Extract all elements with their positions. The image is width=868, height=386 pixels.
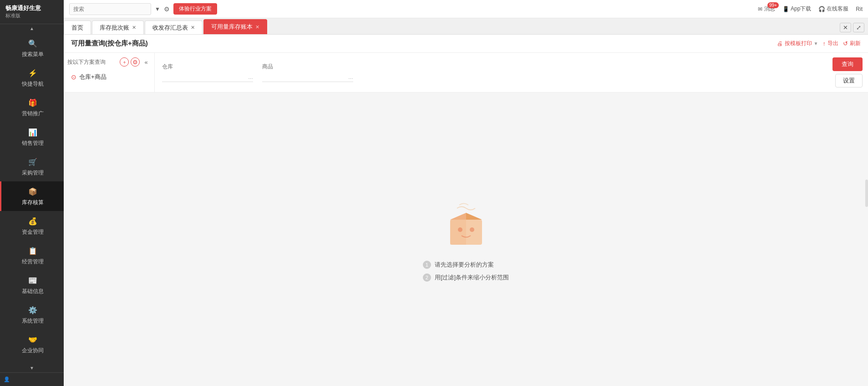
sidebar-item-label: 搜索菜单 xyxy=(22,51,44,58)
sidebar-item-search[interactable]: 🔍 搜索菜单 xyxy=(0,33,64,63)
step-2-num: 2 xyxy=(423,273,431,282)
tabs-bar: 首页 库存批次账 ✕ 收发存汇总表 ✕ 可用量库存账本 ✕ ✕ ⤢ xyxy=(64,18,868,35)
sidebar-item-cooperation[interactable]: 🤝 企业协同 xyxy=(0,329,64,359)
add-scheme-btn[interactable]: ＋ xyxy=(120,57,129,67)
tab-inventory-summary[interactable]: 收发存汇总表 ✕ xyxy=(145,21,203,34)
sidebar-item-label: 经营管理 xyxy=(22,258,44,266)
query-scheme-header: 按以下方案查询 ＋ ⚙ « xyxy=(67,57,151,67)
sidebar-item-management[interactable]: 📋 经营管理 xyxy=(0,241,64,270)
finance-icon: 💰 xyxy=(28,216,38,226)
svg-marker-2 xyxy=(466,213,482,220)
baseinfo-icon: 📰 xyxy=(28,276,38,286)
svg-point-4 xyxy=(458,227,462,232)
service-icon: 🎧 xyxy=(818,6,825,12)
main-area: ▼ ⚙ 体验行业方案 ✉ 消息 99+ 📱 App下载 🎧 在线客服 Rit xyxy=(64,0,868,386)
sidebar-item-label: 营销推广 xyxy=(22,110,44,118)
svg-rect-3 xyxy=(450,220,466,245)
tab-available-qty[interactable]: 可用量库存账本 ✕ xyxy=(203,19,267,34)
tab-summary-close[interactable]: ✕ xyxy=(191,25,195,31)
goods-more-btn[interactable]: … xyxy=(348,74,353,80)
sidebar-item-quicknav[interactable]: ⚡ 快捷导航 xyxy=(0,63,64,93)
tab-batch-close[interactable]: ✕ xyxy=(132,25,136,31)
scheme-collapse-btn[interactable]: « xyxy=(142,57,151,67)
topbar-app-download[interactable]: 📱 App下载 xyxy=(782,5,811,13)
query-scheme-item-warehouse-goods[interactable]: ⊙ 仓库+商品 xyxy=(67,70,151,84)
sidebar-user-label: 👤 xyxy=(4,376,10,382)
goods-input[interactable] xyxy=(262,73,346,80)
sidebar-item-newuser[interactable]: 🎯 新手引导 xyxy=(0,359,64,363)
warehouse-input[interactable] xyxy=(162,73,246,80)
warehouse-label: 仓库 xyxy=(162,63,253,71)
topbar-online-service[interactable]: 🎧 在线客服 xyxy=(818,5,848,13)
sidebar-item-sales[interactable]: 📊 销售管理 xyxy=(0,122,64,152)
empty-visual xyxy=(439,197,493,252)
topbar-user[interactable]: Rit xyxy=(856,6,863,12)
content-area: 可用量查询(按仓库+商品) 🖨 按模板打印 ▼ ↑ 导出 ↺ 刷新 xyxy=(64,35,868,386)
sidebar-item-label: 资金管理 xyxy=(22,228,44,236)
marketing-icon: 🎁 xyxy=(28,98,38,108)
query-panel: 按以下方案查询 ＋ ⚙ « ⊙ 仓库+商品 仓库 xyxy=(64,53,868,93)
query-actions: 查询 设置 xyxy=(827,53,868,92)
topbar-gear-btn[interactable]: ⚙ xyxy=(164,5,170,13)
search-menu-icon: 🔍 xyxy=(28,39,38,49)
tab-availqty-label: 可用量库存账本 xyxy=(211,23,253,31)
management-icon: 📋 xyxy=(28,246,38,256)
sidebar-scroll-down[interactable]: ▼ xyxy=(0,363,64,372)
topbar-industry-btn[interactable]: 体验行业方案 xyxy=(173,3,217,15)
warehouse-more-btn[interactable]: … xyxy=(248,74,253,80)
sidebar-header: 畅康通好生意 标准版 xyxy=(0,0,64,24)
sidebar-item-base-info[interactable]: 📰 基础信息 xyxy=(0,270,64,300)
query-setting-btn[interactable]: 设置 xyxy=(835,74,863,87)
page-header: 可用量查询(按仓库+商品) 🖨 按模板打印 ▼ ↑ 导出 ↺ 刷新 xyxy=(64,35,868,53)
sidebar-item-purchase[interactable]: 🛒 采购管理 xyxy=(0,152,64,181)
tab-home[interactable]: 首页 xyxy=(64,21,91,34)
sidebar-scroll-up[interactable]: ▲ xyxy=(0,24,64,33)
tabs-expand-btn[interactable]: ⤢ xyxy=(853,23,864,32)
query-fields-panel: 仓库 … 商品 … xyxy=(155,53,827,92)
tabs-close-all-btn[interactable]: ✕ xyxy=(840,23,851,32)
tab-batch-label: 库存批次账 xyxy=(100,24,129,32)
scheme-settings-btn[interactable]: ⚙ xyxy=(131,57,140,67)
query-submit-btn[interactable]: 查询 xyxy=(832,57,863,71)
print-dropdown-arrow: ▼ xyxy=(814,41,818,46)
page-title: 可用量查询(按仓库+商品) xyxy=(71,39,148,48)
tab-batch-ledger[interactable]: 库存批次账 ✕ xyxy=(92,21,144,34)
message-badge: 99+ xyxy=(767,2,779,8)
sidebar-item-label: 快捷导航 xyxy=(22,80,44,88)
tabs-right-actions: ✕ ⤢ xyxy=(840,23,868,34)
topbar: ▼ ⚙ 体验行业方案 ✉ 消息 99+ 📱 App下载 🎧 在线客服 Rit xyxy=(64,0,868,18)
sidebar-item-marketing[interactable]: 🎁 营销推广 xyxy=(0,93,64,122)
sidebar-item-finance[interactable]: 💰 资金管理 xyxy=(0,211,64,241)
warehouse-input-area: … xyxy=(162,72,253,82)
goods-input-area: … xyxy=(262,72,353,82)
scheme-item-label: 仓库+商品 xyxy=(79,73,107,81)
tab-availqty-close[interactable]: ✕ xyxy=(255,24,259,30)
quicknav-icon: ⚡ xyxy=(28,68,38,78)
print-label: 按模板打印 xyxy=(785,40,812,47)
message-icon: ✉ xyxy=(758,6,762,12)
sidebar-item-inventory[interactable]: 📦 库存核算 xyxy=(0,181,64,211)
export-label: 导出 xyxy=(827,40,838,47)
tab-home-label: 首页 xyxy=(71,24,83,32)
query-field-warehouse: 仓库 … xyxy=(162,63,253,82)
step-2-text: 用[过滤]条件来缩小分析范围 xyxy=(435,273,509,282)
print-icon: 🖨 xyxy=(777,40,783,47)
topbar-right: ✉ 消息 99+ 📱 App下载 🎧 在线客服 Rit xyxy=(758,5,863,13)
print-btn[interactable]: 🖨 按模板打印 ▼ xyxy=(777,40,818,47)
export-btn[interactable]: ↑ 导出 xyxy=(823,40,839,47)
query-scheme-actions: ＋ ⚙ « xyxy=(120,57,151,67)
query-scheme-panel: 按以下方案查询 ＋ ⚙ « ⊙ 仓库+商品 xyxy=(64,53,155,92)
sidebar-item-system[interactable]: ⚙️ 系统管理 xyxy=(0,300,64,329)
sidebar-item-label: 企业协同 xyxy=(22,347,44,355)
refresh-btn[interactable]: ↺ 刷新 xyxy=(843,40,861,47)
topbar-dropdown-btn[interactable]: ▼ xyxy=(155,6,160,12)
sidebar-item-label: 采购管理 xyxy=(22,169,44,177)
goods-label: 商品 xyxy=(262,63,353,71)
app-name: 畅康通好生意 xyxy=(5,5,58,12)
topbar-search-input[interactable] xyxy=(69,3,151,15)
sidebar-item-label: 系统管理 xyxy=(22,317,44,325)
right-scroll-indicator xyxy=(865,180,868,207)
sidebar-bottom[interactable]: 👤 xyxy=(0,372,64,386)
topbar-message[interactable]: ✉ 消息 99+ xyxy=(758,5,775,13)
sales-icon: 📊 xyxy=(28,128,38,138)
